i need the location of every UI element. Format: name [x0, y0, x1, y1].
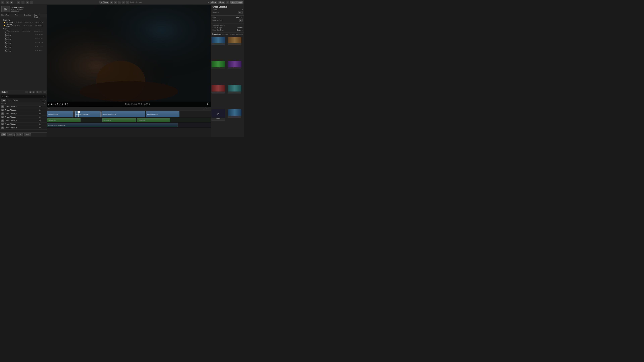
bottom-filter-bar: All Video Audio Titles	[0, 132, 47, 137]
film-icon-btn[interactable]: ▤	[32, 91, 35, 93]
view-dropdown[interactable]: View ▾	[218, 1, 226, 3]
timeline-expand[interactable]: ⤢	[208, 108, 209, 110]
clip-view-btn[interactable]: ⊡	[118, 1, 121, 4]
transition-item-smear[interactable]: ≋ Smear	[212, 109, 225, 121]
audio-clip-3-label: 4 Untitled AB	[138, 119, 145, 121]
index-row-1[interactable]: ⊠ Cross Dissolve 00:	[0, 105, 47, 108]
index-row-4[interactable]: ⊠ Cross Dissolve 00:	[0, 115, 47, 119]
index-tab[interactable]: Index	[1, 91, 8, 93]
index-row-3[interactable]: ⊠ Cross Dissolve 00:	[0, 112, 47, 115]
playhead-handle[interactable]	[78, 111, 80, 113]
sort-btn[interactable]: ⊞	[122, 1, 125, 4]
share-btn[interactable]: ↑	[30, 1, 33, 4]
transition-1[interactable]	[72, 111, 76, 117]
grid-view-btn[interactable]: ▦	[110, 1, 113, 4]
import-btn[interactable]: ⬇	[26, 1, 29, 4]
filter-tab-clips[interactable]: Clips	[1, 99, 6, 102]
inspector-fadeout-row: Fade Out Type S-curve	[212, 29, 242, 31]
timeline-zoom-in[interactable]: +	[204, 108, 204, 110]
filter-all-btn[interactable]: All	[1, 133, 6, 136]
library-dropdown[interactable]: All Clips ▾	[99, 1, 109, 3]
transition-item-3[interactable]: Portal	[212, 61, 225, 69]
rewind-btn[interactable]: ⏮	[48, 103, 50, 105]
index-row-2[interactable]: ⊠ Cross Dissolve 00:	[0, 108, 47, 112]
timeline-options[interactable]: ⚙	[48, 108, 50, 110]
fullscreen-btn[interactable]: ⛶	[207, 103, 209, 105]
close-btn[interactable]: ●	[1, 1, 4, 4]
projects-section-header[interactable]: ▼ Projects	[0, 19, 47, 21]
filter-audio-btn[interactable]: Audio	[16, 133, 23, 136]
grid-icon-btn[interactable]: ▦	[29, 91, 32, 93]
project-facebook-end: 00:04:05:00	[25, 22, 35, 23]
clips-section-header[interactable]: ▼ Clips	[0, 27, 47, 30]
search-btn[interactable]: ⌕	[126, 1, 129, 4]
transition-item-2[interactable]	[228, 37, 241, 45]
audio-clip-3[interactable]: 4 Untitled AB	[137, 118, 170, 122]
project-thumbnail: 🎬	[1, 6, 10, 12]
options-icon-btn[interactable]: ⊞	[36, 91, 39, 93]
list-view-btn[interactable]: ≡	[114, 1, 117, 4]
minimize-btn[interactable]: ●	[6, 1, 9, 4]
filter-titles-btn[interactable]: Titles	[24, 133, 31, 136]
index-row-6[interactable]: ⊠ Cross Dissolve 00:	[0, 122, 47, 126]
filter-video-btn[interactable]: Video	[7, 133, 14, 136]
transition-item-5[interactable]	[212, 85, 225, 93]
chevron-icon-btn[interactable]: ⌄	[43, 91, 46, 93]
project-untitled[interactable]: 📁 Untitled Project 00:00:00:00 00:08:22:…	[0, 23, 47, 27]
inspector-look-value[interactable]: 0	[239, 19, 242, 22]
user-btn[interactable]: ●	[226, 1, 229, 4]
audio-clip-2[interactable]: 4 Untitled AB	[102, 118, 136, 122]
col-start-header[interactable]: Start	[6, 14, 15, 18]
search-clear-btn[interactable]: ✕	[43, 95, 44, 98]
clip-cross2[interactable]: Cross Dissolve 00:13:22:17	[0, 36, 47, 40]
main-layout: 🎬 Untitled Project 1/19/15, 4:19 PM 00:0…	[0, 5, 244, 137]
clip-cross3[interactable]: Cross Dissolve 00:11:57:24	[0, 40, 47, 44]
inspector-duration-value[interactable]: 1 s	[238, 11, 242, 14]
cursor-icon-btn[interactable]: ↖	[39, 91, 42, 93]
project-facebook[interactable]: 📁 FaceBook 00:00:00:00 00:04:05:00 00:08…	[0, 21, 47, 23]
timeline-zoom-out[interactable]: —	[201, 108, 203, 110]
search-input[interactable]	[4, 95, 42, 97]
list-col-name: Name	[1, 103, 39, 104]
play-btn[interactable]: ▶	[51, 103, 53, 105]
col-name-header[interactable]: Name	[1, 14, 6, 18]
clip-cross5[interactable]: Cross Dissolve 00:04:58:32	[0, 48, 47, 52]
fastforward-btn[interactable]: ⏭	[54, 103, 56, 105]
col-content-header[interactable]: Content Created	[34, 14, 46, 18]
maximize-btn[interactable]: ●	[10, 1, 13, 4]
timeline-fit[interactable]: ⊡	[206, 108, 207, 110]
audio-clip-1[interactable]: 4 Untitled AB	[47, 118, 80, 122]
project-date: 1/19/15, 4:19 PM	[11, 8, 24, 10]
transition-item-6[interactable]	[228, 85, 241, 93]
transition-item-1[interactable]	[212, 37, 225, 45]
video-clip-3[interactable]: VLOGCAM.2021.T/WO	[102, 111, 145, 117]
forward-btn[interactable]: ›	[22, 1, 24, 4]
share-project-btn[interactable]: Share Project	[230, 1, 243, 3]
transitions-all-clips[interactable]: All Clips	[222, 33, 228, 35]
col-end-header[interactable]: End	[15, 14, 24, 18]
back-btn[interactable]: ‹	[17, 1, 20, 4]
col-duration-header[interactable]: Duration	[24, 14, 34, 18]
zoom-dropdown[interactable]: 41% ▾	[210, 1, 217, 3]
index-list-header: Name Pos	[0, 102, 47, 105]
video-clip-4[interactable]: HAJJ.AG20.T/WO	[146, 111, 180, 117]
search-box[interactable]: ⌕ ✕	[1, 95, 46, 98]
index-row-7[interactable]: ⊠ Cross Dissolve 00:	[0, 126, 47, 130]
transition-item-4[interactable]: Portal	[228, 61, 241, 69]
video-clip-1[interactable]: HAJJ.2018.T/WO	[47, 111, 73, 117]
clip-cross4[interactable]: Cross Dissolve 00:00:10:01	[0, 44, 47, 48]
clip-thur[interactable]: ▶ Thur 00:00:00:00 00:00:01:02 00:00:01:…	[0, 30, 47, 32]
index-row-5[interactable]: ⊠ Cross Dissolve 00:	[0, 119, 47, 122]
transition-item-8[interactable]	[228, 109, 241, 118]
inspector-duration-label: Duration	[212, 11, 219, 13]
playhead[interactable]	[78, 111, 79, 117]
clip-cross1[interactable]: Cross Dissolve 00:04:31:11	[0, 32, 47, 36]
filter-tab-roles[interactable]: Roles	[13, 99, 18, 102]
transitions-grid: Portal Portal ≋	[211, 36, 244, 137]
transition-label-1	[212, 43, 225, 43]
audio-clip-bg[interactable]: BCK-Instrument-SONGLESS	[47, 123, 178, 127]
list-icon-btn[interactable]: ≡	[25, 91, 28, 93]
transition-thumb-3	[212, 61, 225, 67]
inspector-type-label: Video	[212, 9, 217, 10]
filter-tab-tags[interactable]: Tags	[7, 99, 12, 102]
